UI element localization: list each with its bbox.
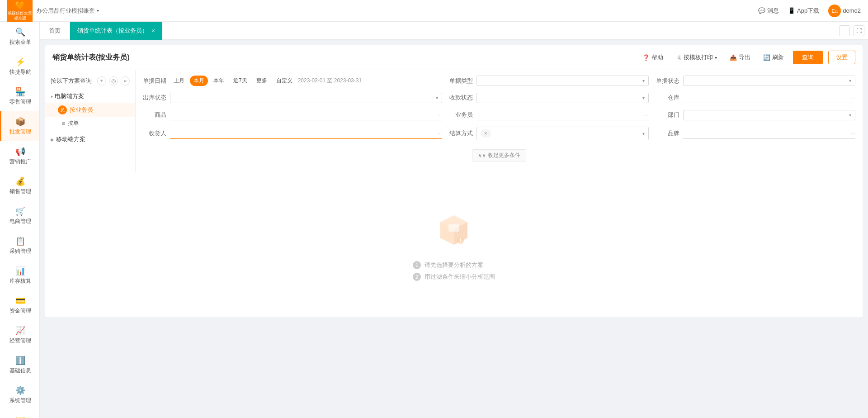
date-last-month[interactable]: 上月 — [170, 76, 188, 86]
warehouse-label: 仓库 — [656, 94, 679, 102]
salesperson-label: 业务员 — [449, 111, 473, 119]
scheme-sub-item-by-order[interactable]: ≡ 按单 — [45, 117, 135, 129]
sidebar-item-quick-nav[interactable]: ⚡ 快捷导航 — [0, 52, 39, 81]
sidebar-item-label: 电商管理 — [9, 218, 31, 225]
date-this-month[interactable]: 本月 — [190, 76, 208, 86]
help-btn[interactable]: ❓ 帮助 — [639, 52, 667, 63]
sidebar-item-operation[interactable]: 📈 经营管理 — [0, 320, 39, 350]
sidebar-item-purchase[interactable]: 📋 采购管理 — [0, 231, 39, 261]
salesperson-input[interactable]: ··· — [476, 109, 649, 120]
collapse-label: 收起更多条件 — [488, 152, 520, 159]
scheme-sub-icon: ≡ — [61, 120, 65, 127]
sidebar-item-label: 资金管理 — [9, 307, 31, 315]
tab-maximize-btn[interactable]: ⛶ — [854, 25, 864, 36]
sidebar-item-system[interactable]: ⚙️ 系统管理 — [0, 380, 39, 410]
tab-bar-actions: — ⛶ — [839, 25, 868, 36]
sidebar-item-ecommerce[interactable]: 🛒 电商管理 — [0, 201, 39, 231]
wholesale-icon: 📦 — [15, 117, 25, 127]
sidebar-item-label: 采购管理 — [9, 247, 31, 255]
payment-tag-remove[interactable]: × — [484, 130, 487, 137]
scheme-group-mobile-header[interactable]: ▶ 移动端方案 — [45, 133, 135, 146]
payment-tag: × — [481, 129, 491, 138]
refresh-btn[interactable]: 🔄 刷新 — [760, 52, 788, 63]
sidebar-item-sales[interactable]: 💰 销售管理 — [0, 171, 39, 201]
tab-home[interactable]: 首页 — [40, 22, 70, 40]
scheme-group-desktop-header[interactable]: ▾ 电脑端方案 — [45, 90, 135, 103]
warehouse-more-icon: ··· — [850, 94, 855, 101]
filter-row-3: 商品 ··· 业务员 ··· — [143, 109, 855, 120]
scheme-group-desktop: ▾ 电脑端方案 员 按业务员 ≡ 按单 — [45, 88, 135, 131]
sidebar-item-enterprise[interactable]: 🤝 企业协同 — [0, 410, 39, 418]
date-last-7[interactable]: 近7天 — [230, 76, 251, 86]
scheme-item-by-salesperson[interactable]: 员 按业务员 — [45, 103, 135, 117]
scheme-collapse-btn[interactable]: « — [121, 76, 130, 86]
maximize-icon: ⛶ — [856, 28, 862, 34]
filter-collect-status: 收款状态 ▾ — [449, 93, 649, 103]
date-label: 单据日期 — [143, 77, 166, 85]
tab-minimize-btn[interactable]: — — [839, 25, 850, 36]
sidebar-item-wholesale[interactable]: 📦 批发管理 — [0, 111, 39, 141]
payment-select[interactable]: × ▾ — [476, 127, 649, 140]
sidebar-item-retail[interactable]: 🏪 零售管理 — [0, 81, 39, 111]
scheme-copy-btn[interactable]: ◎ — [109, 76, 118, 86]
dept-select[interactable]: ▾ — [683, 110, 855, 120]
scheme-item-icon-salesperson: 员 — [58, 105, 67, 114]
tip-num-1: 1 — [413, 261, 421, 269]
sidebar-item-basic-info[interactable]: ℹ️ 基础信息 — [0, 350, 39, 380]
tab-bar: 首页 销货单统计表（按业务员） × — ⛶ — [40, 22, 868, 40]
sidebar-item-label: 系统管理 — [9, 397, 31, 404]
sidebar-item-finance[interactable]: 💳 资金管理 — [0, 290, 39, 320]
scheme-header-actions: + ◎ « — [97, 76, 130, 86]
message-btn[interactable]: 💬 消息 — [758, 7, 779, 15]
sidebar-item-marketing[interactable]: 📢 营销推广 — [0, 141, 39, 171]
brand-input[interactable]: ··· — [683, 128, 855, 139]
topbar: 🧡 畅捷信好生意 标准版 办公用品行业模拟账套 ▾ 💬 消息 📱 App下载 E… — [0, 0, 868, 22]
date-group: 上月 本月 本年 近7天 更多 自定义 2023-03-01 至 2023-03… — [170, 76, 442, 86]
filter-panel: 单据日期 上月 本月 本年 近7天 更多 自定义 2023-03-01 至 20… — [136, 70, 863, 172]
doc-status-select[interactable]: ▾ — [683, 76, 855, 86]
date-this-year[interactable]: 本年 — [210, 76, 228, 86]
filter-brand: 品牌 ··· — [656, 128, 855, 139]
app-download-btn[interactable]: 📱 App下载 — [788, 7, 819, 15]
empty-tip-1: 1 请先选择要分析的方案 — [413, 261, 495, 269]
plus-icon: + — [100, 78, 103, 84]
out-status-arrow: ▾ — [436, 95, 438, 100]
out-status-select[interactable]: ▾ — [170, 93, 442, 103]
scheme-add-btn[interactable]: + — [97, 76, 106, 86]
doc-type-select[interactable]: ▾ — [476, 76, 649, 86]
chevron-down-icon: ▾ — [51, 94, 53, 99]
sidebar-item-label: 批发管理 — [9, 128, 31, 136]
page-inner: 销货单统计表(按业务员) ❓ 帮助 🖨 按模板打印 ▾ 📤 — [45, 45, 863, 317]
collect-status-select[interactable]: ▾ — [476, 93, 649, 103]
receiver-input[interactable]: ··· — [170, 128, 442, 139]
quick-nav-icon: ⚡ — [15, 57, 25, 67]
date-custom[interactable]: 自定义 — [273, 76, 296, 86]
sidebar-item-inventory[interactable]: 📊 库存核算 — [0, 261, 39, 290]
sidebar: 🔍 搜索菜单 ⚡ 快捷导航 🏪 零售管理 📦 批发管理 📢 营销推广 💰 销售管… — [0, 22, 40, 418]
filter-doc-status: 单据状态 ▾ — [656, 76, 855, 86]
sidebar-item-search[interactable]: 🔍 搜索菜单 — [0, 22, 39, 52]
receiver-label: 收货人 — [143, 129, 166, 138]
page-actions: ❓ 帮助 🖨 按模板打印 ▾ 📤 导出 🔄 — [639, 51, 855, 64]
finance-icon: 💳 — [15, 296, 25, 306]
warehouse-input[interactable]: ··· — [683, 92, 855, 103]
user-menu[interactable]: Ea demo2 — [828, 5, 861, 17]
date-more[interactable]: 更多 — [253, 76, 271, 86]
svg-rect-4 — [448, 224, 459, 232]
export-btn[interactable]: 📤 导出 — [726, 52, 754, 63]
filter-warehouse: 仓库 ··· — [656, 92, 855, 103]
tab-active[interactable]: 销货单统计表（按业务员） × — [70, 22, 162, 40]
svg-text:!: ! — [460, 238, 461, 243]
app-selector[interactable]: 办公用品行业模拟账套 ▾ — [36, 7, 99, 15]
sidebar-item-label: 零售管理 — [9, 98, 31, 106]
query-btn[interactable]: 查询 — [793, 51, 823, 64]
scheme-item-label-salesperson: 按业务员 — [70, 106, 93, 114]
goods-input[interactable]: ··· — [170, 109, 442, 120]
settings-btn[interactable]: 设置 — [828, 51, 855, 64]
tab-close-btn[interactable]: × — [151, 27, 155, 34]
template-print-btn[interactable]: 🖨 按模板打印 ▾ — [672, 52, 721, 63]
collapse-more-btn[interactable]: ∧∧ 收起更多条件 — [472, 149, 526, 162]
sidebar-item-label: 经营管理 — [9, 337, 31, 345]
print-icon: 🖨 — [676, 54, 682, 61]
download-icon: 📱 — [788, 7, 795, 14]
